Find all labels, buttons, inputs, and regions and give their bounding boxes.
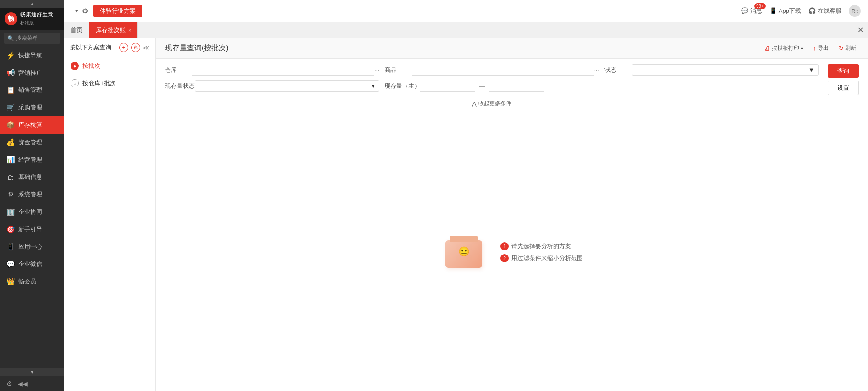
refresh-icon: ↻ (839, 45, 844, 52)
marketing-icon: 📢 (6, 69, 15, 77)
refresh-btn[interactable]: ↻ 刷新 (836, 43, 859, 54)
collapse-up-icon: ⋀ (472, 101, 477, 107)
stock-qty-dash: — (475, 82, 489, 89)
sidebar-item-member[interactable]: 👑 畅会员 (0, 273, 64, 290)
stock-status-select[interactable]: ▾ (195, 80, 379, 92)
sidebar-search[interactable]: 🔍 搜索菜单 (4, 33, 60, 44)
collapse-sidebar-icon[interactable]: ◀◀ (18, 380, 28, 387)
sidebar-item-wechat[interactable]: 💬 企业微信 (0, 255, 64, 273)
sidebar-item-inventory[interactable]: 📦 库存核算 (0, 116, 64, 134)
print-dropdown-icon[interactable]: ▾ (801, 45, 803, 52)
left-panel-actions: + ⚙ ≪ (119, 43, 150, 52)
tab-inventory-batch[interactable]: 库存批次账 × (89, 22, 138, 38)
app-version: 标准版 (20, 20, 53, 26)
sidebar-item-marketing[interactable]: 📢 营销推广 (0, 64, 64, 81)
product-label: 商品 (385, 66, 412, 74)
stock-qty-max-input[interactable] (489, 81, 544, 92)
sidebar-item-appcenter[interactable]: 📱 应用中心 (0, 238, 64, 255)
tab-close-icon[interactable]: × (128, 27, 131, 33)
topbar-left: ▾ ⚙ (71, 7, 88, 15)
stock-qty-min-input[interactable] (420, 81, 475, 92)
sidebar-item-sales[interactable]: 📋 销售管理 (0, 81, 64, 99)
filter-stock-status: 现存量状态 ▾ (165, 80, 379, 92)
scheme-dot-inactive: ○ (71, 79, 79, 87)
hint-number-1: 1 (500, 242, 509, 250)
topbar-dropdown[interactable]: ▾ (75, 7, 78, 14)
print-label: 按模板打印 (772, 44, 799, 52)
headset-icon: 🎧 (808, 7, 816, 14)
sidebar-item-finance[interactable]: 💰 资金管理 (0, 134, 64, 151)
filter-warehouse: 仓库 ··· (165, 65, 379, 76)
content-area: 按以下方案查询 + ⚙ ≪ ● 按批次 ○ 按仓库+批次 现存量查询(按批次) (64, 38, 868, 391)
filter-section: 仓库 ··· 商品 ··· 状态 (156, 59, 868, 117)
print-icon: 🖨 (764, 45, 770, 52)
add-scheme-btn[interactable]: + (119, 43, 128, 52)
system-icon: ⚙ (6, 190, 15, 199)
page-title: 现存量查询(按批次) (165, 43, 229, 53)
user-profile-btn[interactable]: Rit (849, 5, 861, 17)
dropdown-arrow-icon: ▾ (75, 7, 78, 14)
filter-row-1: 仓库 ··· 商品 ··· 状态 (165, 64, 819, 76)
sidebar-nav: ⚡ 快捷导航 📢 营销推广 📋 销售管理 🛒 采购管理 📦 库存核算 💰 资金管… (0, 47, 64, 368)
scheme-item-batch[interactable]: ● 按批次 (64, 57, 155, 75)
stock-status-dropdown-icon: ▾ (372, 82, 375, 89)
online-service-btn[interactable]: 🎧 在线客服 (808, 7, 841, 15)
export-btn[interactable]: ↑ 导出 (811, 43, 832, 54)
page-header-actions: 🖨 按模板打印 ▾ ↑ 导出 ↻ 刷新 (762, 43, 859, 54)
warehouse-more-icon[interactable]: ··· (374, 67, 379, 73)
settings-scheme-btn[interactable]: ⚙ (131, 43, 140, 52)
empty-face-icon: 😐 (458, 246, 470, 257)
sidebar-item-basic[interactable]: 🗂 基础信息 (0, 168, 64, 186)
query-button[interactable]: 查询 (828, 64, 859, 78)
status-select[interactable]: ▼ (632, 64, 819, 76)
sidebar-item-label: 企业协同 (18, 208, 42, 216)
topbar-gear-icon[interactable]: ⚙ (82, 7, 88, 15)
empty-hints: 1 请先选择要分析的方案 2 用过滤条件来缩小分析范围 (500, 242, 583, 266)
warehouse-label: 仓库 (165, 66, 192, 74)
enterprise-icon: 🏢 (6, 208, 15, 216)
sidebar-item-label: 资金管理 (18, 138, 42, 147)
message-icon: 💬 (741, 7, 748, 14)
sidebar-item-purchase[interactable]: 🛒 采购管理 (0, 99, 64, 116)
sidebar-item-label: 库存核算 (18, 121, 42, 129)
app-download-btn[interactable]: 📱 App下载 (769, 7, 801, 15)
collapse-more-btn[interactable]: ⋀ 收起更多条件 (165, 96, 819, 111)
print-btn[interactable]: 🖨 按模板打印 ▾ (762, 43, 806, 54)
product-more-icon[interactable]: ··· (594, 67, 599, 73)
settings-button[interactable]: 设置 (828, 81, 859, 95)
sidebar-item-system[interactable]: ⚙ 系统管理 (0, 186, 64, 203)
notifications-btn[interactable]: 💬 消息 99+ (741, 7, 762, 15)
left-panel: 按以下方案查询 + ⚙ ≪ ● 按批次 ○ 按仓库+批次 (64, 38, 156, 391)
tab-home[interactable]: 首页 (64, 22, 89, 38)
warehouse-input[interactable] (192, 65, 374, 76)
scheme-label: 按仓库+批次 (82, 79, 116, 87)
sidebar-item-label: 采购管理 (18, 103, 42, 112)
topbar: ▾ ⚙ 体验行业方案 💬 消息 99+ 📱 App下载 🎧 在线客服 Rit (64, 0, 868, 22)
collapse-panel-icon[interactable]: ≪ (143, 44, 150, 51)
app-download-label: App下载 (779, 7, 801, 15)
user-avatar: Rit (849, 5, 861, 17)
sidebar-item-quicknav[interactable]: ⚡ 快捷导航 (0, 47, 64, 64)
sidebar-scroll-down[interactable]: ▼ (0, 368, 64, 376)
sidebar-scroll-up[interactable]: ▲ (0, 0, 64, 8)
product-input[interactable] (412, 65, 594, 76)
sidebar-item-label: 畅会员 (18, 277, 36, 286)
refresh-label: 刷新 (845, 44, 856, 52)
tab-bar-close-btn[interactable]: ✕ (853, 22, 868, 38)
sidebar-item-newbie[interactable]: 🎯 新手引导 (0, 221, 64, 238)
collapse-label: 收起更多条件 (478, 100, 511, 108)
filter-row-2: 现存量状态 ▾ 现存量（主） — (165, 80, 819, 92)
purchase-icon: 🛒 (6, 103, 15, 112)
notifications-badge: 99+ (754, 3, 766, 9)
filter-buttons: 查询 设置 (828, 59, 868, 117)
settings-icon[interactable]: ⚙ (6, 380, 12, 387)
quicknav-icon: ⚡ (6, 51, 15, 60)
search-icon: 🔍 (7, 35, 14, 42)
empty-box-graphic: 😐 (445, 240, 482, 268)
member-icon: 👑 (6, 277, 15, 286)
scheme-item-warehouse-batch[interactable]: ○ 按仓库+批次 (64, 75, 155, 92)
sidebar-item-operations[interactable]: 📊 经营管理 (0, 151, 64, 168)
experience-btn[interactable]: 体验行业方案 (93, 5, 142, 17)
app-title: 畅康通好生意 (20, 11, 53, 19)
sidebar-item-enterprise[interactable]: 🏢 企业协同 (0, 203, 64, 221)
